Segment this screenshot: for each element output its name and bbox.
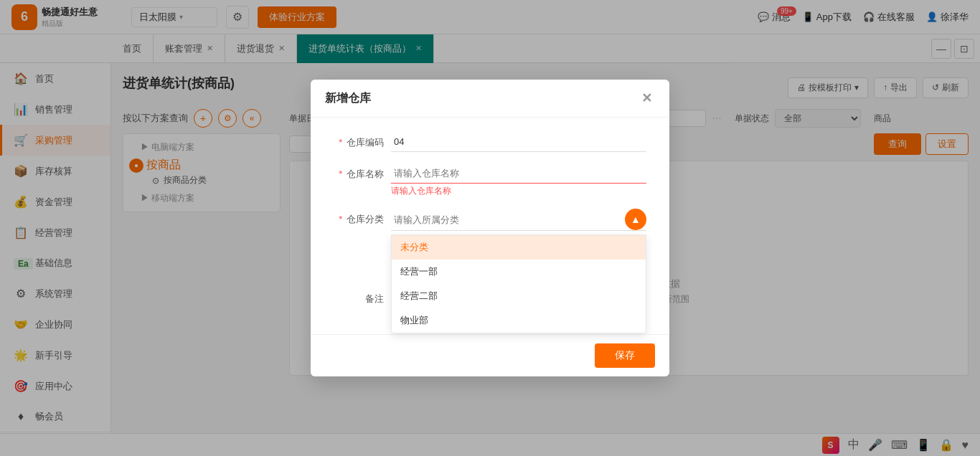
dropdown-item-dept2[interactable]: 经营二部	[392, 284, 646, 308]
modal-footer: 保存	[311, 334, 669, 376]
name-error-message: 请输入仓库名称	[391, 185, 646, 197]
classify-dropdown: 未分类 经营一部 经营二部 物业部	[391, 234, 646, 333]
save-button[interactable]: 保存	[595, 343, 655, 368]
modal-body: * 仓库编码 * 仓库名称 请输入仓库名称	[311, 118, 669, 334]
modal-title: 新增仓库	[325, 91, 371, 106]
name-field-row: * 仓库名称 请输入仓库名称	[334, 163, 646, 197]
modal-close-button[interactable]: ✕	[638, 90, 655, 107]
name-input-wrap: 请输入仓库名称	[391, 163, 646, 197]
dropdown-item-property[interactable]: 物业部	[392, 308, 646, 333]
name-input[interactable]	[391, 163, 646, 184]
classify-input-wrap: ▲ 未分类 经营一部 经营二部 物业部	[391, 209, 646, 231]
code-input-wrap	[391, 132, 646, 152]
modal-overlay: 新增仓库 ✕ * 仓库编码 * 仓库名称	[0, 0, 980, 456]
code-input[interactable]	[391, 132, 646, 152]
code-label: * 仓库编码	[334, 132, 384, 149]
required-star: *	[339, 137, 342, 148]
code-field-row: * 仓库编码	[334, 132, 646, 152]
dropdown-item-dept1[interactable]: 经营一部	[392, 260, 646, 284]
remark-label: 备注	[334, 288, 384, 305]
modal-header: 新增仓库 ✕	[311, 80, 669, 118]
dropdown-item-uncategorized[interactable]: 未分类	[392, 235, 646, 260]
name-label: * 仓库名称	[334, 163, 384, 181]
classify-input[interactable]	[391, 210, 625, 229]
classify-required-star: *	[339, 214, 342, 224]
classify-arrow-btn[interactable]: ▲	[625, 209, 646, 230]
classify-field-row: * 仓库分类 ▲ 未分类 经营一部 经营二部 物业部	[334, 209, 646, 231]
classify-input-row: ▲	[391, 209, 646, 231]
classify-label: * 仓库分类	[334, 209, 384, 226]
modal-add-warehouse: 新增仓库 ✕ * 仓库编码 * 仓库名称	[311, 80, 669, 376]
name-required-star: *	[339, 168, 342, 179]
